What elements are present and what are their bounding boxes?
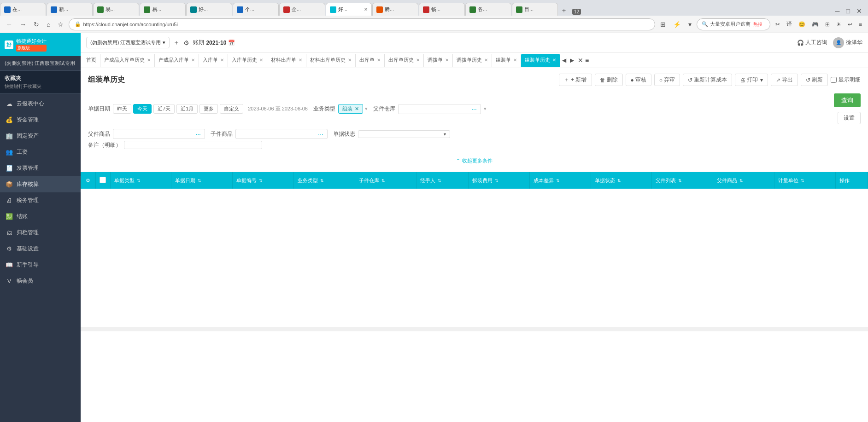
sidebar-item-settings[interactable]: ⚙ 基础设置: [0, 241, 81, 257]
child-goods-input[interactable]: ···: [235, 129, 328, 139]
date-btn-today[interactable]: 今天: [133, 104, 152, 114]
browser-tab-1[interactable]: 在...: [0, 3, 46, 16]
search-area[interactable]: 🔍 大量安卓用户逃离 热搜: [697, 18, 770, 30]
business-type-dropdown[interactable]: ▾: [365, 106, 368, 112]
collapse-btn[interactable]: ⌃ 收起更多条件: [88, 156, 861, 166]
nav-tab-11-close[interactable]: ✕: [513, 58, 517, 63]
nav-tab-home[interactable]: 首页: [82, 54, 100, 67]
sidebar-item-guide[interactable]: 📖 新手引导: [0, 257, 81, 273]
sidebar-item-invoices[interactable]: 🧾 发票管理: [0, 160, 81, 176]
nav-tab-2[interactable]: 产成品入库单 ✕: [155, 54, 199, 67]
nav-tab-9[interactable]: 调拨单 ✕: [424, 54, 453, 67]
bookmark-button[interactable]: ☆: [55, 20, 66, 29]
parent-warehouse-dropdown[interactable]: ▾: [484, 106, 487, 112]
forward-button[interactable]: →: [18, 20, 29, 29]
nav-tab-3-close[interactable]: ✕: [220, 58, 224, 63]
browser-tab-3[interactable]: 易...: [93, 3, 139, 16]
query-btn[interactable]: 查询: [834, 93, 861, 107]
sidebar-item-settlement[interactable]: 💹 结账: [0, 208, 81, 225]
browser-tab-4[interactable]: 易...: [140, 3, 186, 16]
browser-tab-10[interactable]: 畅...: [419, 3, 465, 16]
browser-tab-8[interactable]: 好... ✕: [326, 3, 372, 16]
nav-tab-5[interactable]: 材料出库单 ✕: [267, 54, 306, 67]
sun-btn[interactable]: ☀: [834, 20, 844, 29]
child-goods-dots[interactable]: ···: [318, 130, 323, 138]
browser-tab-9[interactable]: 腾...: [372, 3, 418, 16]
browser-tab-2[interactable]: 新...: [47, 3, 93, 16]
nav-tab-8-close[interactable]: ✕: [416, 58, 420, 63]
th-bill-no[interactable]: 单据编号 ⇅: [233, 172, 294, 189]
reload-button[interactable]: ↻: [31, 20, 41, 29]
nav-tab-12[interactable]: 组装单历史 ✕: [521, 54, 560, 67]
sidebar-item-reports[interactable]: ☁ 云报表中心: [0, 96, 81, 112]
th-bill-type[interactable]: 单据类型 ⇅: [110, 172, 171, 189]
nav-tab-6-close[interactable]: ✕: [348, 58, 352, 63]
browser-tab-7[interactable]: 企...: [279, 3, 325, 16]
dropdown-button[interactable]: ▾: [686, 20, 694, 29]
nav-tab-4[interactable]: 入库单历史 ✕: [228, 54, 267, 67]
print-btn[interactable]: 🖨 打印 ▾: [735, 74, 768, 86]
sidebar-item-inventory[interactable]: 📦 库存核算: [0, 176, 81, 192]
th-parent-goods[interactable]: 父件商品 ⇅: [713, 172, 774, 189]
nav-tab-6[interactable]: 材料出库单历史 ✕: [306, 54, 356, 67]
qr-button[interactable]: ⊞: [658, 20, 668, 29]
th-cost-diff[interactable]: 成本差异 ⇅: [529, 172, 591, 189]
th-check[interactable]: [95, 172, 110, 189]
audit-btn[interactable]: ● 审核: [626, 74, 651, 86]
lightning-button[interactable]: ⚡: [671, 20, 683, 29]
nav-tab-10[interactable]: 调拨单历史 ✕: [453, 54, 492, 67]
recalculate-btn[interactable]: ↺ 重新计算成本: [683, 74, 732, 86]
date-btn-1month[interactable]: 近1月: [176, 104, 198, 114]
sidebar-item-tax[interactable]: 🖨 税务管理: [0, 192, 81, 208]
settings-btn-header[interactable]: ⚙: [183, 39, 189, 46]
sidebar-item-funds[interactable]: 💰 资金管理: [0, 112, 81, 128]
sidebar-item-assets[interactable]: 🏢 固定资产: [0, 128, 81, 144]
bill-status-select[interactable]: ▾: [358, 130, 450, 138]
th-settings[interactable]: ⚙: [81, 172, 95, 189]
home-button[interactable]: ⌂: [44, 20, 53, 29]
new-btn[interactable]: ＋ + 新增: [559, 74, 592, 86]
nav-tab-5-close[interactable]: ✕: [299, 58, 302, 63]
abandon-btn[interactable]: ○ 弃审: [654, 74, 680, 86]
sidebar-item-payroll[interactable]: 👥 工资: [0, 144, 81, 160]
select-all-checkbox[interactable]: [100, 177, 106, 183]
show-detail-checkbox[interactable]: [831, 77, 837, 83]
parent-goods-input[interactable]: ···: [113, 129, 205, 139]
sidebar-company[interactable]: (勿删勿禁用) 江西服宝测试专用: [0, 56, 81, 71]
date-btn-more[interactable]: 更多: [199, 104, 218, 114]
address-bar[interactable]: 🔒 https://cloud.chanjet.com/accounting/u…: [69, 18, 655, 30]
nav-tab-3[interactable]: 入库单 ✕: [199, 54, 228, 67]
sidebar-logo[interactable]: 好 畅捷通好会计 旗舰版: [0, 33, 81, 56]
delete-btn[interactable]: 🗑 删除: [595, 74, 623, 86]
sidebar-item-member[interactable]: V 畅会员: [0, 273, 81, 289]
browser-tab-5[interactable]: 好...: [186, 3, 232, 16]
maximize-button[interactable]: □: [844, 6, 852, 16]
setting-btn[interactable]: 设置: [838, 112, 861, 124]
minimize-button[interactable]: ─: [833, 6, 842, 16]
nav-tab-9-close[interactable]: ✕: [445, 58, 449, 63]
parent-goods-dots[interactable]: ···: [195, 130, 201, 138]
nav-tab-1[interactable]: 产成品入库单历史 ✕: [100, 54, 155, 67]
back-button[interactable]: ←: [4, 20, 15, 29]
show-detail-checkbox-label[interactable]: 显示明细: [831, 76, 861, 84]
parent-warehouse-dots[interactable]: ···: [471, 105, 477, 113]
nav-tab-1-close[interactable]: ✕: [147, 58, 151, 63]
header-user[interactable]: 👤 徐泽华: [833, 37, 862, 48]
nav-tabs-arrow-right[interactable]: ▶: [568, 57, 576, 64]
date-btn-custom[interactable]: 自定义: [220, 104, 243, 114]
company-selector[interactable]: (勿删勿禁用) 江西服宝测试专用 ▾: [86, 37, 170, 48]
browser-tab-6[interactable]: 个...: [233, 3, 279, 16]
th-bill-date[interactable]: 单据日期 ⇅: [171, 172, 233, 189]
add-company-btn[interactable]: ＋: [173, 39, 180, 47]
th-parent-list[interactable]: 父件列表 ⇅: [652, 172, 713, 189]
sidebar-item-archive[interactable]: 🗂 归档管理: [0, 225, 81, 241]
scissors-btn[interactable]: ✂: [773, 20, 782, 29]
browser-tab-11[interactable]: 各...: [465, 3, 511, 16]
nav-tab-7[interactable]: 出库单 ✕: [356, 54, 385, 67]
browser-tab-12[interactable]: 目...: [512, 3, 558, 16]
th-business-type[interactable]: 业务类型 ⇅: [294, 172, 355, 189]
tab-close-8[interactable]: ✕: [362, 7, 368, 12]
refresh-btn[interactable]: ↺ 刷新: [801, 74, 828, 86]
parent-warehouse-input[interactable]: ···: [398, 104, 481, 114]
close-all-tabs[interactable]: ✕: [578, 57, 583, 64]
